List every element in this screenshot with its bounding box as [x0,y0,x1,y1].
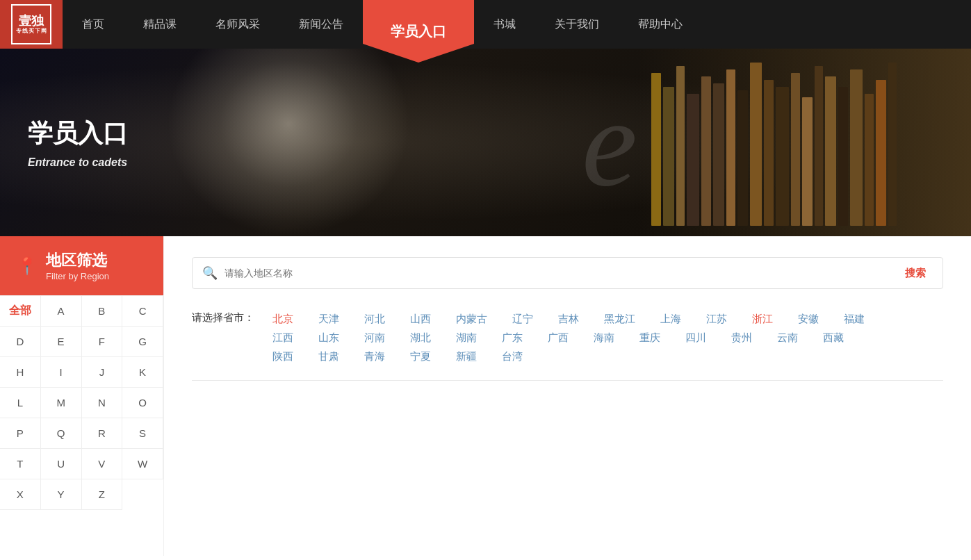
province-item-内蒙古[interactable]: 内蒙古 [443,310,500,329]
province-item-河北[interactable]: 河北 [352,310,398,329]
province-item-浙江[interactable]: 浙江 [740,310,785,329]
alpha-cell-G[interactable]: G [122,327,163,357]
province-list-all: 北京天津河北山西内蒙古辽宁吉林黑龙江上海江苏浙江安徽福建江西山东河南湖北湖南广东… [260,310,943,366]
province-item-西藏[interactable]: 西藏 [810,329,856,347]
nav-item-bookstore[interactable]: 书城 [474,0,535,49]
nav-item-news[interactable]: 新闻公告 [279,0,363,49]
province-row-2: 陕西甘肃青海宁夏新疆台湾 [260,347,943,366]
sidebar: 📍 地区筛选 Filter by Region 全部ABCDEFGHIJKLMN… [0,236,163,556]
sidebar-header-text: 地区筛选 Filter by Region [46,250,109,281]
location-icon: 📍 [17,256,38,276]
province-item-甘肃[interactable]: 甘肃 [306,347,352,366]
alpha-cell-C[interactable]: C [122,296,163,327]
alpha-cell-Y[interactable]: Y [41,479,82,510]
banner-main-title: 学员入口 [28,117,128,151]
province-label: 请选择省市： [192,310,254,324]
header: 壹独 专线买下网 首页精品课名师风采新闻公告学员入口书城关于我们帮助中心 [0,0,971,49]
alpha-cell-P[interactable]: P [0,418,41,449]
nav-item-about[interactable]: 关于我们 [535,0,619,49]
province-item-台湾[interactable]: 台湾 [489,347,535,366]
alpha-cell-R[interactable]: R [82,418,123,449]
nav: 首页精品课名师风采新闻公告学员入口书城关于我们帮助中心 [63,0,971,49]
banner-books-decoration [637,49,971,236]
province-item-河南[interactable]: 河南 [352,329,398,347]
logo[interactable]: 壹独 专线买下网 [0,0,63,49]
nav-item-courses[interactable]: 精品课 [124,0,196,49]
alpha-cell-I[interactable]: I [41,357,82,388]
alpha-cell-J[interactable]: J [82,357,123,388]
alpha-cell-W[interactable]: W [122,449,163,479]
banner-statue-decoration [167,49,410,236]
main-panel: 🔍 搜索 请选择省市： 北京天津河北山西内蒙古辽宁吉林黑龙江上海江苏浙江安徽福建… [163,236,971,556]
province-item-广西[interactable]: 广西 [535,329,581,347]
alpha-cell-M[interactable]: M [41,388,82,418]
alpha-cell-A[interactable]: A [41,296,82,327]
alpha-grid: 全部ABCDEFGHIJKLMNOPQRSTUVWXYZ [0,295,163,510]
alpha-cell-L[interactable]: L [0,388,41,418]
content-area: 📍 地区筛选 Filter by Region 全部ABCDEFGHIJKLMN… [0,236,971,556]
banner-title-area: 学员入口 Entrance to cadets [28,117,128,169]
province-item-湖北[interactable]: 湖北 [398,329,443,347]
province-item-重庆[interactable]: 重庆 [627,329,673,347]
sidebar-title: 地区筛选 [46,250,109,271]
alpha-cell-N[interactable]: N [82,388,123,418]
province-item-广东[interactable]: 广东 [489,329,535,347]
province-row-0: 北京天津河北山西内蒙古辽宁吉林黑龙江上海江苏浙江安徽福建 [260,310,943,329]
province-item-四川[interactable]: 四川 [673,329,719,347]
province-item-江苏[interactable]: 江苏 [694,310,740,329]
province-item-山东[interactable]: 山东 [306,329,352,347]
province-item-新疆[interactable]: 新疆 [443,347,489,366]
alpha-cell-E[interactable]: E [41,327,82,357]
province-item-山西[interactable]: 山西 [398,310,443,329]
logo-text: 壹独 [19,15,44,27]
province-item-江西[interactable]: 江西 [260,329,306,347]
alpha-cell-H[interactable]: H [0,357,41,388]
sidebar-header: 📍 地区筛选 Filter by Region [0,236,163,295]
nav-item-home[interactable]: 首页 [63,0,124,49]
alpha-cell-S[interactable]: S [122,418,163,449]
search-bar: 🔍 搜索 [192,257,943,289]
alpha-cell-B[interactable]: B [82,296,123,327]
alpha-cell-K[interactable]: K [122,357,163,388]
province-item-青海[interactable]: 青海 [352,347,398,366]
nav-item-teachers[interactable]: 名师风采 [196,0,279,49]
alpha-cell-T[interactable]: T [0,449,41,479]
sidebar-subtitle: Filter by Region [46,271,109,281]
province-item-海南[interactable]: 海南 [581,329,627,347]
search-icon: 🔍 [202,265,218,281]
logo-sub: 专线买下网 [16,27,47,35]
logo-box: 壹独 专线买下网 [11,4,51,44]
province-item-黑龙江[interactable]: 黑龙江 [591,310,648,329]
alpha-cell-Q[interactable]: Q [41,418,82,449]
province-item-陕西[interactable]: 陕西 [260,347,306,366]
province-item-安徽[interactable]: 安徽 [785,310,831,329]
province-item-湖南[interactable]: 湖南 [443,329,489,347]
alpha-cell-Z[interactable]: Z [82,479,123,510]
banner: e 学员入口 Entrance to cadets [0,49,971,236]
province-item-云南[interactable]: 云南 [765,329,810,347]
divider [192,380,943,381]
province-item-吉林[interactable]: 吉林 [546,310,591,329]
alpha-cell-O[interactable]: O [122,388,163,418]
banner-subtitle: Entrance to cadets [28,156,128,169]
alpha-cell-V[interactable]: V [82,449,123,479]
province-selector: 请选择省市： 北京天津河北山西内蒙古辽宁吉林黑龙江上海江苏浙江安徽福建江西山东河… [192,310,943,366]
banner-letter: e [582,71,637,215]
alpha-cell-X[interactable]: X [0,479,41,510]
search-input[interactable] [225,267,891,279]
nav-item-help[interactable]: 帮助中心 [619,0,702,49]
province-row-1: 江西山东河南湖北湖南广东广西海南重庆四川贵州云南西藏 [260,329,943,347]
alpha-cell-全部[interactable]: 全部 [0,296,41,327]
alpha-cell-D[interactable]: D [0,327,41,357]
province-item-北京[interactable]: 北京 [260,310,306,329]
province-item-宁夏[interactable]: 宁夏 [398,347,443,366]
province-item-福建[interactable]: 福建 [831,310,877,329]
alpha-cell-F[interactable]: F [82,327,123,357]
alpha-cell-U[interactable]: U [41,449,82,479]
province-item-上海[interactable]: 上海 [648,310,694,329]
province-item-辽宁[interactable]: 辽宁 [500,310,546,329]
province-item-贵州[interactable]: 贵州 [719,329,765,347]
province-item-天津[interactable]: 天津 [306,310,352,329]
search-button[interactable]: 搜索 [898,267,933,280]
